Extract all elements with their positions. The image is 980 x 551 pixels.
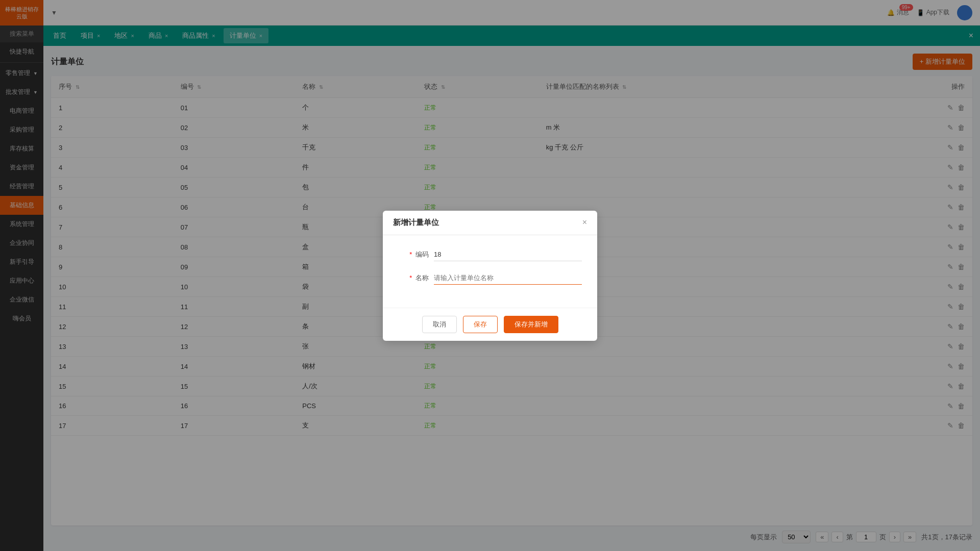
cancel-button[interactable]: 取消	[422, 316, 457, 333]
modal-body: * 编码 * 名称	[383, 235, 597, 308]
code-label: * 编码	[398, 250, 429, 259]
required-mark: *	[409, 274, 412, 282]
save-and-new-button[interactable]: 保存并新增	[504, 316, 558, 333]
modal-footer: 取消 保存 保存并新增	[383, 308, 597, 341]
required-mark: *	[409, 251, 412, 258]
modal-header: 新增计量单位 ×	[383, 211, 597, 235]
add-unit-modal: 新增计量单位 × * 编码 * 名称 取消 保存 保存并新增	[383, 211, 597, 341]
modal-close-button[interactable]: ×	[582, 218, 587, 227]
name-label: * 名称	[398, 273, 429, 283]
code-field-row: * 编码	[398, 248, 582, 261]
name-field-row: * 名称	[398, 271, 582, 285]
name-input[interactable]	[434, 271, 582, 285]
save-button[interactable]: 保存	[463, 316, 498, 333]
modal-overlay[interactable]: 新增计量单位 × * 编码 * 名称 取消 保存 保存并新增	[0, 0, 980, 551]
code-input[interactable]	[434, 248, 582, 261]
modal-title: 新增计量单位	[393, 218, 439, 228]
